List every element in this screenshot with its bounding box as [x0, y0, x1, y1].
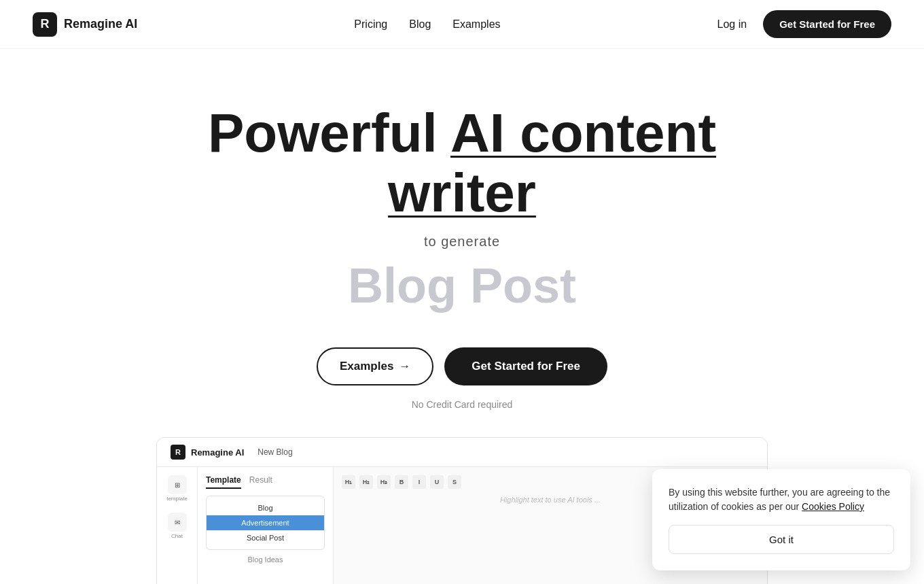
- demo-topbar: R Remagine AI New Blog: [157, 438, 767, 467]
- demo-logo-text: Remagine AI: [191, 447, 244, 458]
- hero-buttons: Examples → Get Started for Free: [317, 347, 607, 385]
- get-started-button[interactable]: Get Started for Free: [444, 347, 607, 385]
- demo-logo-icon: R: [171, 445, 185, 460]
- arrow-icon: →: [399, 360, 410, 373]
- no-credit-card-text: No Credit Card required: [412, 399, 513, 410]
- demo-sidebar-template: ⊞ template: [166, 475, 188, 502]
- logo-icon: R: [33, 12, 57, 37]
- demo-dropdown: Blog Advertisement Social Post: [206, 496, 325, 550]
- demo-template-label: template: [166, 496, 188, 502]
- demo-dropdown-social: Social Post: [207, 530, 324, 545]
- demo-left-panel: Template Result Blog Advertisement Socia…: [198, 467, 334, 584]
- demo-tab-template: Template: [206, 475, 241, 489]
- demo-dropdown-advertisement: Advertisement: [207, 515, 324, 530]
- demo-sidebar-chat: ✉ Chat: [168, 513, 187, 539]
- toolbar-strikethrough: S: [448, 475, 461, 489]
- demo-template-icon: ⊞: [168, 475, 187, 494]
- demo-new-blog-label: New Blog: [257, 447, 292, 457]
- toolbar-italic: I: [412, 475, 426, 489]
- logo-link[interactable]: R Remagine AI: [33, 12, 137, 37]
- cookies-policy-link[interactable]: Cookies Policy: [802, 501, 864, 512]
- toolbar-h1: H₁: [342, 475, 355, 489]
- toolbar-h3: H₃: [377, 475, 391, 489]
- toolbar-underline: U: [430, 475, 444, 489]
- toolbar-bold: B: [395, 475, 408, 489]
- cookie-text: By using this website further, you are a…: [669, 485, 894, 514]
- hero-subtitle: to generate: [424, 234, 500, 250]
- logo-text: Remagine AI: [64, 17, 137, 31]
- examples-button-label: Examples: [340, 360, 393, 373]
- nav-right: Log in Get Started for Free: [717, 10, 891, 38]
- demo-chat-label: Chat: [171, 533, 183, 539]
- nav-examples[interactable]: Examples: [452, 18, 500, 30]
- cookie-got-it-button[interactable]: Got it: [669, 525, 894, 554]
- nav-pricing[interactable]: Pricing: [354, 18, 387, 30]
- navbar: R Remagine AI Pricing Blog Examples Log …: [0, 0, 924, 49]
- examples-button[interactable]: Examples →: [317, 347, 433, 385]
- demo-tab-result: Result: [249, 475, 272, 489]
- demo-chat-icon: ✉: [168, 513, 187, 532]
- hero-title: Powerful AI content writer: [156, 103, 768, 223]
- nav-cta-button[interactable]: Get Started for Free: [763, 10, 891, 38]
- hero-animated-text: Blog Post: [348, 258, 576, 313]
- toolbar-h2: H₂: [359, 475, 373, 489]
- demo-dropdown-blog: Blog: [207, 500, 324, 515]
- nav-login[interactable]: Log in: [717, 18, 747, 31]
- demo-tabs: Template Result: [206, 475, 325, 489]
- demo-logo: R Remagine AI: [171, 445, 244, 460]
- nav-blog[interactable]: Blog: [409, 18, 431, 30]
- nav-links: Pricing Blog Examples: [354, 18, 500, 31]
- hero-title-part1: Powerful: [208, 103, 450, 163]
- demo-blog-ideas: Blog Ideas: [206, 550, 325, 573]
- cookie-banner: By using this website further, you are a…: [652, 469, 910, 570]
- demo-sidebar: ⊞ template ✉ Chat: [157, 467, 198, 584]
- demo-blog-ideas-label: Blog Ideas: [211, 555, 319, 564]
